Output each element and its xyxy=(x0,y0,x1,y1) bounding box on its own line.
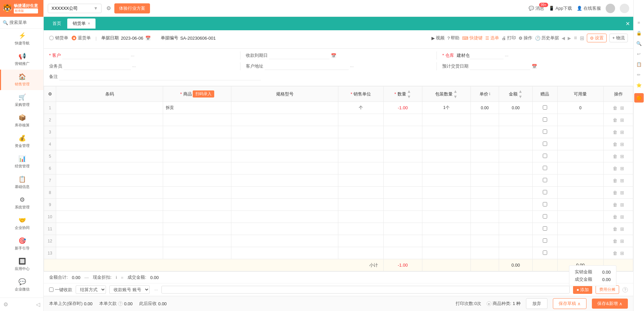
row-gift-9[interactable] xyxy=(532,211,557,223)
row-copy-icon-12[interactable]: ⊞ xyxy=(620,250,624,256)
sidebar-item-quick-nav[interactable]: ⚡ 快捷导航 xyxy=(0,29,43,49)
row-copy-icon-9[interactable]: ⊞ xyxy=(620,214,624,220)
row-gift-0[interactable] xyxy=(532,102,557,114)
payment-account-select[interactable]: 收款账号 账号 xyxy=(109,285,150,294)
row-delete-icon-9[interactable]: 🗑 xyxy=(613,214,617,220)
expected-date-calendar-icon[interactable]: 📅 xyxy=(532,64,537,69)
sidebar-item-purchase[interactable]: 🛒 采购管理 xyxy=(0,90,43,111)
row-barcode-8[interactable] xyxy=(56,199,163,211)
row-barcode-4[interactable] xyxy=(56,150,163,162)
row-copy-icon-2[interactable]: ⊞ xyxy=(620,129,624,135)
row-spec-9[interactable] xyxy=(231,211,338,223)
customer-addr-input[interactable] xyxy=(265,63,349,70)
shortcut-btn[interactable]: ⌨ 快捷键 xyxy=(462,35,483,41)
one-click-payment-checkbox[interactable]: 一键收款 xyxy=(49,287,72,293)
sidebar-item-system[interactable]: ⚙ 系统管理 xyxy=(0,193,43,213)
row-qty-5[interactable] xyxy=(383,162,422,174)
row-barcode-5[interactable] xyxy=(56,162,163,174)
video-btn[interactable]: ▶ 视频 xyxy=(431,35,445,41)
one-click-checkbox[interactable] xyxy=(49,287,53,292)
row-delete-icon-5[interactable]: 🗑 xyxy=(613,166,617,171)
row-qty-10[interactable] xyxy=(383,223,422,235)
row-spec-2[interactable] xyxy=(231,126,338,138)
row-delete-icon-6[interactable]: 🗑 xyxy=(613,178,617,183)
row-gift-3[interactable] xyxy=(532,138,557,150)
row-gift-1[interactable] xyxy=(532,114,557,126)
row-price-5[interactable] xyxy=(470,162,499,174)
fee-help-icon[interactable]: ? xyxy=(622,287,628,293)
save-draft-button[interactable]: 保存草稿 ∧ xyxy=(553,298,586,309)
sidebar-item-basic[interactable]: 📋 基础信息 xyxy=(0,172,43,193)
row-price-1[interactable] xyxy=(470,114,499,126)
row-spec-6[interactable] xyxy=(231,174,338,187)
row-copy-icon-3[interactable]: ⊞ xyxy=(620,142,624,147)
row-price-11[interactable] xyxy=(470,235,499,247)
ops-btn[interactable]: ⚙ 操作 xyxy=(519,35,532,41)
product-kind-circle[interactable]: ● xyxy=(487,301,491,306)
logistics-button[interactable]: + 物流 xyxy=(609,34,628,42)
gear-header-icon[interactable]: ⚙ xyxy=(48,91,52,96)
row-spec-4[interactable] xyxy=(231,150,338,162)
row-gift-10[interactable] xyxy=(532,223,557,235)
row-gift-11[interactable] xyxy=(532,235,557,247)
tab-home[interactable]: 首页 xyxy=(47,18,67,29)
row-qty-2[interactable] xyxy=(383,126,422,138)
row-copy-icon-11[interactable]: ⊞ xyxy=(620,238,624,244)
row-copy-icon-6[interactable]: ⊞ xyxy=(620,178,624,183)
add-payment-button[interactable]: ● 添加 xyxy=(573,286,592,294)
row-price-4[interactable] xyxy=(470,150,499,162)
radio-return[interactable]: 退货单 xyxy=(72,35,91,41)
rp-icon-7[interactable]: ⭐ xyxy=(636,83,642,88)
row-qty-8[interactable] xyxy=(383,199,422,211)
due-date-calendar-icon[interactable]: 📅 xyxy=(331,53,336,58)
radio-sale[interactable]: 销货单 xyxy=(49,35,68,41)
row-qty-3[interactable] xyxy=(383,138,422,150)
row-gift-6[interactable] xyxy=(532,174,557,187)
row-qty-6[interactable] xyxy=(383,174,422,187)
collapse-icon[interactable]: ◁ xyxy=(36,301,40,308)
sidebar-item-wechat[interactable]: 💬 企业微信 xyxy=(0,275,43,295)
warehouse-more-icon[interactable]: ··· xyxy=(505,53,508,58)
row-delete-icon-1[interactable]: 🗑 xyxy=(613,117,617,123)
nav-next-icon[interactable]: ▶ xyxy=(568,36,571,41)
row-delete-icon-4[interactable]: 🗑 xyxy=(613,154,617,159)
tab-close-icon[interactable]: × xyxy=(88,21,90,26)
warehouse-input[interactable] xyxy=(470,52,503,59)
avatar[interactable] xyxy=(606,4,615,13)
fee-split-button[interactable]: 费用分摊 xyxy=(596,285,619,294)
row-spec-8[interactable] xyxy=(231,199,338,211)
settings-gear-icon[interactable]: ⚙ xyxy=(106,5,111,11)
row-delete-icon-2[interactable]: 🗑 xyxy=(613,129,617,135)
row-barcode-1[interactable] xyxy=(56,114,163,126)
row-gift-2[interactable] xyxy=(532,126,557,138)
sidebar-item-member[interactable]: V 畅会员 xyxy=(0,295,43,298)
row-copy-icon-5[interactable]: ⊞ xyxy=(620,166,624,171)
sidebar-search[interactable]: 🔍 搜索菜单 xyxy=(0,17,43,29)
due-date-input[interactable] xyxy=(269,52,330,59)
help-btn[interactable]: ? 帮助 xyxy=(447,35,459,41)
nav-prev-icon[interactable]: ◀ xyxy=(562,36,565,41)
payment-method-select[interactable]: 结算方式 xyxy=(76,285,106,294)
sidebar-item-enterprise[interactable]: 🤝 企业协同 xyxy=(0,213,43,234)
row-qty-0[interactable]: -1.00 xyxy=(383,102,422,114)
row-price-9[interactable] xyxy=(470,211,499,223)
row-barcode-6[interactable] xyxy=(56,174,163,187)
row-qty-9[interactable] xyxy=(383,211,422,223)
expected-date-input[interactable] xyxy=(470,63,530,70)
rp-icon-8[interactable]: 🟠 xyxy=(634,93,644,103)
message-button[interactable]: 💬 消息 99+ xyxy=(529,5,544,11)
row-barcode-9[interactable] xyxy=(56,211,163,223)
calendar-icon[interactable]: 📅 xyxy=(145,36,151,41)
price-info-icon[interactable]: ℹ xyxy=(489,92,490,96)
sidebar-item-sales[interactable]: 🏠 销售管理 xyxy=(0,70,43,90)
rp-icon-2[interactable]: 🔒 xyxy=(636,31,642,36)
settings-button[interactable]: ⚙ 设置 xyxy=(587,34,607,42)
row-price-0[interactable]: 0.00 xyxy=(470,102,499,114)
row-spec-0[interactable] xyxy=(231,102,338,114)
sidebar-item-operation[interactable]: 📊 经营管理 xyxy=(0,152,43,172)
row-price-2[interactable] xyxy=(470,126,499,138)
row-copy-icon-1[interactable]: ⊞ xyxy=(620,117,624,123)
list-view-icon[interactable]: ≡ xyxy=(574,35,577,41)
notes-input[interactable] xyxy=(59,73,261,80)
sidebar-item-inventory[interactable]: 📦 库存核算 xyxy=(0,111,43,131)
